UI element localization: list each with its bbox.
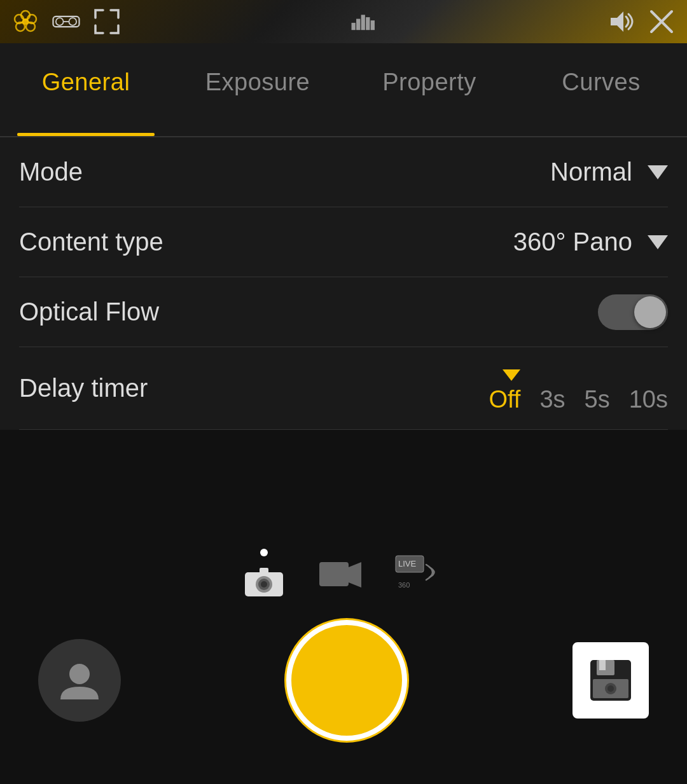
mode-value: Normal	[550, 158, 632, 186]
profile-icon	[54, 655, 105, 706]
video-icon	[318, 556, 363, 594]
content-type-row: Content type 360° Pano	[19, 207, 668, 277]
live360-mode-button[interactable]: LIVE 360	[394, 554, 445, 596]
content-type-label: Content type	[19, 228, 163, 256]
delay-indicator	[503, 369, 520, 381]
delay-off[interactable]: Off	[489, 386, 520, 413]
mode-row: Mode Normal	[19, 137, 668, 207]
bottom-controls	[0, 620, 687, 741]
expand-icon[interactable]	[93, 8, 121, 36]
flower-icon[interactable]	[11, 8, 39, 36]
svg-rect-10	[352, 23, 356, 30]
profile-button[interactable]	[38, 639, 121, 722]
svg-rect-13	[366, 17, 370, 30]
delay-timer-row: Delay timer Off 3s 5s 10s	[19, 347, 668, 430]
close-icon[interactable]	[648, 8, 676, 36]
preview-center-icons	[350, 8, 378, 36]
delay-buttons: Off 3s 5s 10s	[489, 386, 668, 413]
optical-flow-control	[598, 294, 668, 330]
shutter-button[interactable]	[286, 620, 407, 741]
mode-control[interactable]: Normal	[550, 158, 668, 186]
capture-mode-icons: LIVE 360	[242, 549, 445, 601]
delay-10s[interactable]: 10s	[629, 386, 668, 413]
mode-dropdown-arrow[interactable]	[648, 165, 668, 179]
svg-rect-11	[356, 19, 360, 31]
svg-point-7	[56, 18, 64, 25]
delay-5s[interactable]: 5s	[585, 386, 610, 413]
bottom-bar: LIVE 360	[0, 536, 687, 784]
svg-marker-15	[611, 11, 623, 32]
preview-right-icons	[607, 8, 676, 36]
svg-rect-31	[599, 660, 606, 670]
camera-icon	[242, 563, 286, 601]
tab-general[interactable]: General	[0, 56, 172, 136]
delay-options: Off 3s 5s 10s	[489, 363, 668, 413]
tab-curves[interactable]: Curves	[515, 56, 687, 136]
live360-icon: LIVE 360	[394, 554, 445, 596]
svg-point-28	[69, 664, 90, 684]
volume-icon[interactable]	[607, 8, 635, 36]
delay-3s[interactable]: 3s	[539, 386, 565, 413]
tab-exposure[interactable]: Exposure	[172, 56, 344, 136]
save-icon	[585, 655, 636, 706]
svg-text:360: 360	[398, 581, 410, 589]
toggle-knob	[634, 296, 666, 328]
svg-point-34	[607, 685, 614, 692]
svg-rect-12	[361, 15, 365, 30]
histogram-icon[interactable]	[350, 8, 378, 36]
svg-text:LIVE: LIVE	[398, 559, 417, 568]
camera-preview	[0, 0, 687, 43]
save-button[interactable]	[572, 642, 649, 719]
content-type-dropdown-arrow[interactable]	[648, 235, 668, 249]
settings-area: Mode Normal Content type 360° Pano Optic…	[0, 137, 687, 430]
photo-mode-dot	[260, 549, 268, 556]
svg-marker-24	[349, 562, 361, 588]
content-type-control[interactable]: 360° Pano	[513, 228, 668, 256]
content-type-value: 360° Pano	[513, 228, 632, 256]
svg-point-8	[69, 18, 76, 25]
optical-flow-toggle[interactable]	[598, 294, 668, 330]
preview-left-icons	[11, 8, 121, 36]
optical-flow-row: Optical Flow	[19, 277, 668, 347]
svg-point-22	[261, 581, 267, 588]
svg-rect-14	[371, 20, 375, 30]
optical-flow-label: Optical Flow	[19, 298, 159, 326]
video-mode-button[interactable]	[318, 556, 363, 594]
delay-timer-label: Delay timer	[19, 374, 148, 402]
svg-rect-19	[260, 568, 268, 574]
photo-mode-button[interactable]	[242, 549, 286, 601]
tabs-bar: General Exposure Property Curves	[0, 43, 687, 137]
tab-property[interactable]: Property	[344, 56, 515, 136]
vr-glasses-icon[interactable]	[52, 8, 80, 36]
mode-label: Mode	[19, 158, 83, 186]
svg-rect-23	[319, 562, 349, 586]
